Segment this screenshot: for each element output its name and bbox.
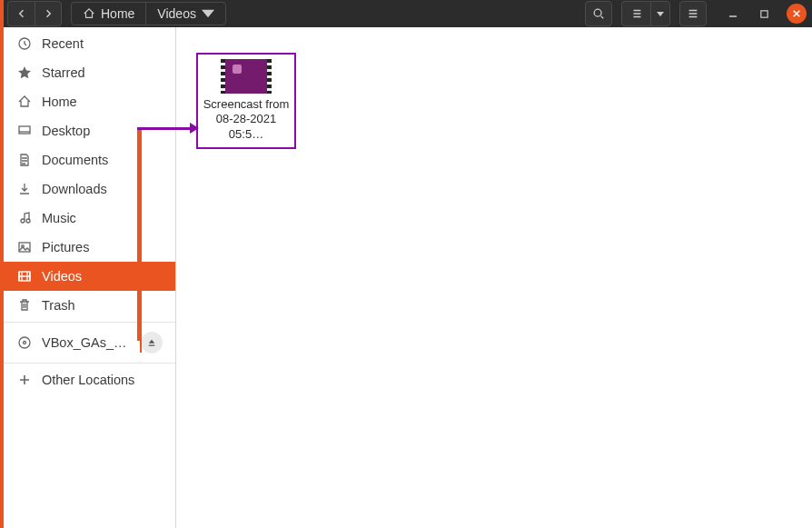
sidebar-item-videos[interactable]: Videos bbox=[4, 262, 175, 291]
breadcrumb-home[interactable]: Home bbox=[72, 3, 146, 25]
eject-button[interactable] bbox=[141, 332, 163, 354]
home-icon bbox=[83, 7, 95, 20]
sidebar-item-label: Music bbox=[42, 211, 163, 225]
close-button[interactable] bbox=[787, 4, 807, 24]
annotation-arrow-head bbox=[190, 123, 199, 134]
sidebar-item-recent[interactable]: Recent bbox=[4, 29, 175, 58]
svg-point-8 bbox=[19, 337, 30, 348]
sidebar-item-label: Desktop bbox=[42, 124, 163, 138]
sidebar-item-home[interactable]: Home bbox=[4, 87, 175, 116]
svg-point-0 bbox=[594, 9, 601, 16]
annotation-arrow-line bbox=[137, 127, 192, 130]
toolbar-right bbox=[585, 1, 807, 26]
maximize-icon bbox=[759, 9, 769, 19]
titlebar: Home Videos bbox=[4, 0, 812, 27]
sidebar-item-trash[interactable]: Trash bbox=[4, 291, 175, 320]
sidebar-item-vbox-gas[interactable]: VBox_GAs_6.… bbox=[4, 322, 175, 361]
trash-icon bbox=[17, 298, 32, 313]
breadcrumb-videos[interactable]: Videos bbox=[146, 3, 225, 25]
sidebar-item-starred[interactable]: Starred bbox=[4, 58, 175, 87]
sidebar-item-label: Starred bbox=[42, 65, 163, 80]
sidebar-item-label: Recent bbox=[42, 36, 163, 51]
home-icon bbox=[17, 95, 32, 109]
annotation-vertical-line bbox=[137, 128, 140, 341]
sidebar-item-documents[interactable]: Documents bbox=[4, 145, 175, 174]
recent-icon bbox=[17, 36, 32, 51]
desktop-icon bbox=[17, 124, 32, 138]
plus-icon bbox=[17, 373, 32, 387]
sidebar-item-label: VBox_GAs_6.… bbox=[42, 335, 132, 350]
document-icon bbox=[17, 153, 32, 167]
maximize-button[interactable] bbox=[756, 5, 772, 22]
chevron-left-icon bbox=[16, 8, 27, 19]
eject-icon bbox=[147, 338, 156, 347]
download-icon bbox=[17, 182, 32, 196]
chevron-right-icon bbox=[43, 8, 54, 19]
sidebar-item-downloads[interactable]: Downloads bbox=[4, 174, 175, 204]
hamburger-menu-button[interactable] bbox=[679, 1, 707, 26]
menu-icon bbox=[687, 7, 699, 20]
view-mode-toggle bbox=[621, 1, 670, 26]
nav-back-button[interactable] bbox=[7, 1, 35, 26]
search-icon bbox=[592, 7, 605, 20]
sidebar-item-pictures[interactable]: Pictures bbox=[4, 233, 175, 262]
sidebar-item-music[interactable]: Music bbox=[4, 204, 175, 233]
svg-rect-3 bbox=[19, 126, 30, 134]
sidebar-item-label: Videos bbox=[42, 269, 163, 284]
video-icon bbox=[17, 269, 32, 284]
svg-rect-5 bbox=[19, 243, 30, 252]
view-dropdown-button[interactable] bbox=[650, 1, 670, 26]
caret-down-icon bbox=[657, 12, 664, 16]
music-icon bbox=[17, 211, 32, 225]
sidebar: Recent Starred Home Desktop Documents Do… bbox=[4, 27, 176, 528]
minimize-icon bbox=[728, 8, 738, 19]
sidebar-item-label: Downloads bbox=[42, 182, 163, 196]
list-view-button[interactable] bbox=[621, 1, 650, 26]
sidebar-item-label: Documents bbox=[42, 153, 163, 167]
minimize-button[interactable] bbox=[725, 5, 741, 22]
picture-icon bbox=[17, 240, 32, 254]
close-icon bbox=[792, 9, 801, 18]
nav-forward-button[interactable] bbox=[35, 1, 62, 26]
breadcrumb: Home Videos bbox=[71, 2, 226, 25]
sidebar-item-label: Trash bbox=[42, 298, 163, 313]
star-icon bbox=[17, 65, 32, 80]
svg-point-4 bbox=[26, 219, 30, 223]
sidebar-item-label: Home bbox=[42, 95, 163, 109]
file-name-label: Screencast from 08-28-2021 05:5… bbox=[202, 97, 291, 142]
disc-icon bbox=[17, 335, 32, 350]
breadcrumb-label: Home bbox=[101, 6, 134, 21]
svg-rect-1 bbox=[760, 10, 767, 16]
file-item[interactable]: Screencast from 08-28-2021 05:5… bbox=[196, 53, 296, 149]
sidebar-item-label: Other Locations bbox=[42, 373, 163, 387]
sidebar-item-other-locations[interactable]: Other Locations bbox=[4, 363, 175, 394]
search-button[interactable] bbox=[585, 1, 612, 26]
annotation-bracket bbox=[140, 127, 142, 353]
breadcrumb-label: Videos bbox=[157, 6, 196, 21]
video-thumbnail bbox=[221, 59, 272, 94]
sidebar-item-desktop[interactable]: Desktop bbox=[4, 116, 175, 145]
sidebar-item-label: Pictures bbox=[42, 240, 163, 254]
main-area: Recent Starred Home Desktop Documents Do… bbox=[4, 27, 812, 528]
list-icon bbox=[630, 7, 643, 20]
window-controls bbox=[725, 4, 807, 24]
svg-point-9 bbox=[24, 342, 26, 344]
caret-down-icon bbox=[202, 7, 214, 20]
